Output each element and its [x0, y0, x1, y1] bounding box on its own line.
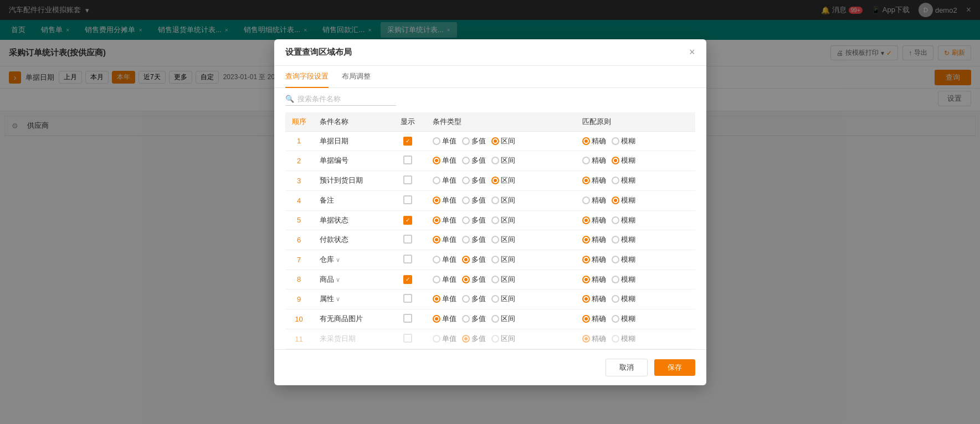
radio-type-single[interactable]: 单值 — [433, 255, 456, 265]
radio-match-fuzzy[interactable]: 模糊 — [612, 334, 635, 344]
radio-type-single[interactable]: 单值 — [433, 235, 456, 245]
tab-layout-adjust[interactable]: 布局调整 — [342, 66, 371, 88]
cell-order: 4 — [285, 190, 313, 210]
radio-match-exact[interactable]: 精确 — [582, 275, 606, 285]
radio-match-exact[interactable]: 精确 — [582, 334, 606, 344]
display-checkbox[interactable] — [403, 314, 412, 323]
radio-type-multi[interactable]: 多值 — [462, 275, 486, 285]
tab-query-fields[interactable]: 查询字段设置 — [285, 66, 329, 88]
cell-display[interactable] — [389, 329, 426, 349]
radio-match-exact[interactable]: 精确 — [582, 136, 606, 146]
radio-type-multi[interactable]: 多值 — [462, 255, 486, 265]
cancel-button[interactable]: 取消 — [606, 359, 648, 376]
radio-type-single[interactable]: 单值 — [433, 195, 456, 205]
cell-display[interactable] — [389, 250, 426, 270]
radio-match-fuzzy[interactable]: 模糊 — [612, 294, 635, 304]
radio-type-single[interactable]: 单值 — [433, 175, 456, 185]
display-checkbox[interactable] — [403, 235, 412, 244]
radio-type-range[interactable]: 区间 — [491, 215, 515, 225]
cell-display[interactable] — [389, 230, 426, 250]
display-checkbox[interactable] — [403, 255, 412, 263]
modal-close-button[interactable]: × — [689, 47, 695, 57]
display-checkbox[interactable]: ✓ — [403, 275, 412, 284]
radio-type-range[interactable]: 区间 — [491, 136, 515, 146]
radio-type-single[interactable]: 单值 — [433, 334, 456, 344]
radio-match-fuzzy[interactable]: 模糊 — [612, 136, 635, 146]
modal-search-area: 🔍 — [274, 88, 706, 112]
display-checkbox[interactable] — [403, 334, 412, 343]
radio-type-range[interactable]: 区间 — [491, 294, 515, 304]
radio-type-single[interactable]: 单值 — [433, 136, 456, 146]
radio-type-range[interactable]: 区间 — [491, 314, 515, 324]
cell-match: 精确模糊 — [576, 289, 695, 309]
radio-type-multi[interactable]: 多值 — [462, 235, 486, 245]
display-checkbox[interactable] — [403, 195, 412, 204]
radio-type-single[interactable]: 单值 — [433, 156, 456, 166]
cell-display[interactable] — [389, 170, 426, 190]
radio-match-fuzzy[interactable]: 模糊 — [612, 215, 635, 225]
display-checkbox[interactable]: ✓ — [403, 216, 412, 225]
radio-type-multi[interactable]: 多值 — [462, 136, 486, 146]
radio-type-multi[interactable]: 多值 — [462, 314, 486, 324]
radio-match-fuzzy[interactable]: 模糊 — [612, 255, 635, 265]
radio-match-fuzzy[interactable]: 模糊 — [612, 195, 635, 205]
radio-match-exact[interactable]: 精确 — [582, 314, 606, 324]
cell-match: 精确模糊 — [576, 210, 695, 230]
cell-display[interactable]: ✓ — [389, 270, 426, 289]
radio-type-range[interactable]: 区间 — [491, 156, 515, 166]
cell-type: 单值多值区间 — [426, 131, 576, 151]
cell-match: 精确模糊 — [576, 329, 695, 349]
radio-match-exact[interactable]: 精确 — [582, 294, 606, 304]
radio-match-exact[interactable]: 精确 — [582, 175, 606, 185]
cell-display[interactable] — [389, 151, 426, 170]
cell-display[interactable]: ✓ — [389, 131, 426, 151]
radio-type-multi[interactable]: 多值 — [462, 195, 486, 205]
cell-name: 仓库 ∨ — [313, 250, 389, 270]
cell-display[interactable]: ✓ — [389, 210, 426, 230]
radio-type-single[interactable]: 单值 — [433, 275, 456, 285]
radio-match-exact[interactable]: 精确 — [582, 215, 606, 225]
cell-display[interactable] — [389, 309, 426, 329]
modal-table-wrap: 顺序 条件名称 显示 条件类型 匹配原则 1单据日期✓单值多值区间精确模糊2单据… — [274, 112, 706, 349]
radio-match-exact[interactable]: 精确 — [582, 235, 606, 245]
radio-type-multi[interactable]: 多值 — [462, 294, 486, 304]
cell-order: 8 — [285, 270, 313, 289]
radio-match-exact[interactable]: 精确 — [582, 195, 606, 205]
radio-type-range[interactable]: 区间 — [491, 175, 515, 185]
radio-type-single[interactable]: 单值 — [433, 294, 456, 304]
cell-name: 预计到货日期 — [313, 170, 389, 190]
radio-type-single[interactable]: 单值 — [433, 314, 456, 324]
radio-type-range[interactable]: 区间 — [491, 275, 515, 285]
cell-match: 精确模糊 — [576, 250, 695, 270]
radio-type-range[interactable]: 区间 — [491, 255, 515, 265]
cell-display[interactable] — [389, 289, 426, 309]
radio-match-fuzzy[interactable]: 模糊 — [612, 314, 635, 324]
radio-match-exact[interactable]: 精确 — [582, 255, 606, 265]
radio-type-single[interactable]: 单值 — [433, 215, 456, 225]
radio-type-multi[interactable]: 多值 — [462, 175, 486, 185]
radio-match-fuzzy[interactable]: 模糊 — [612, 235, 635, 245]
radio-match-fuzzy[interactable]: 模糊 — [612, 275, 635, 285]
display-checkbox[interactable] — [403, 175, 412, 184]
th-match: 匹配原则 — [576, 112, 695, 132]
save-button[interactable]: 保存 — [654, 359, 695, 376]
display-checkbox[interactable]: ✓ — [403, 137, 412, 146]
cell-match: 精确模糊 — [576, 170, 695, 190]
radio-type-range[interactable]: 区间 — [491, 235, 515, 245]
cell-match: 精确模糊 — [576, 131, 695, 151]
display-checkbox[interactable] — [403, 156, 412, 164]
cell-display[interactable] — [389, 190, 426, 210]
radio-type-range[interactable]: 区间 — [491, 334, 515, 344]
radio-match-exact[interactable]: 精确 — [582, 156, 606, 166]
table-row: 4备注单值多值区间精确模糊 — [285, 190, 695, 210]
cell-order: 1 — [285, 131, 313, 151]
radio-match-fuzzy[interactable]: 模糊 — [612, 156, 635, 166]
search-input[interactable] — [297, 95, 386, 103]
cell-name: 商品 ∨ — [313, 270, 389, 289]
display-checkbox[interactable] — [403, 294, 412, 303]
radio-type-multi[interactable]: 多值 — [462, 334, 486, 344]
radio-type-range[interactable]: 区间 — [491, 195, 515, 205]
radio-type-multi[interactable]: 多值 — [462, 156, 486, 166]
radio-match-fuzzy[interactable]: 模糊 — [612, 175, 635, 185]
radio-type-multi[interactable]: 多值 — [462, 215, 486, 225]
